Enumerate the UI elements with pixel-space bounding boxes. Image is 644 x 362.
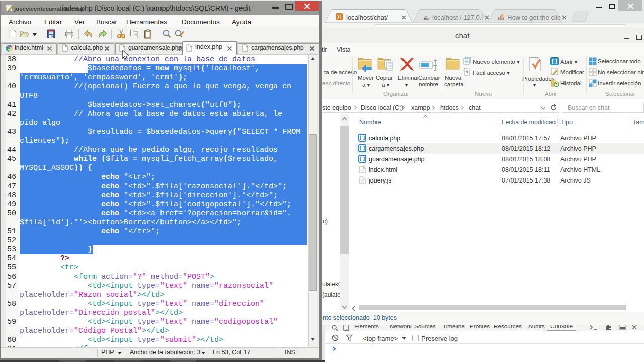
svg-text:PMA: PMA	[424, 18, 429, 21]
